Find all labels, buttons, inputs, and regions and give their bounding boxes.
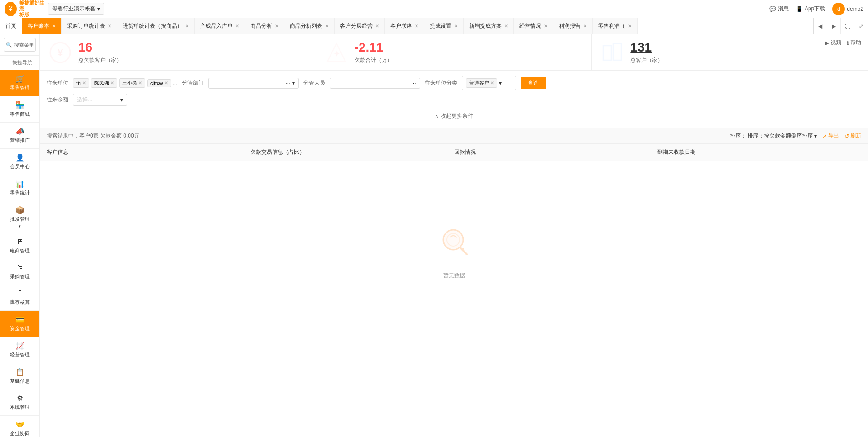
sidebar-search-button[interactable]: 🔍 搜索菜单	[4, 38, 36, 52]
sidebar-item-retail-mall[interactable]: 🏪 零售商城	[0, 96, 39, 123]
sidebar: 🔍 搜索菜单 ≡ 快捷导航 🛒 零售管理 🏪 零售商城 📣 营销推广 👤 会员中…	[0, 34, 40, 437]
stat-debtor-values: 16 总欠款客户（家）	[78, 40, 122, 64]
filter-balance-select[interactable]: 选择... ▾	[73, 94, 127, 106]
member-icon: 👤	[15, 153, 24, 162]
close-tab-product-inbound[interactable]: ✕	[235, 24, 239, 28]
operation-icon: 📈	[15, 342, 24, 350]
close-tag-wu[interactable]: ✕	[82, 81, 86, 86]
tab-customer-account[interactable]: 客户账本 ✕	[22, 18, 62, 34]
close-tag-cjttcw[interactable]: ✕	[164, 81, 168, 86]
filter-unit-more[interactable]: ...	[173, 80, 177, 86]
filter-area: 往来单位 伍 ✕ 陈民强 ✕ 王小亮 ✕ cjttcw	[40, 71, 868, 128]
sidebar-item-marketing[interactable]: 📣 营销推广	[0, 123, 39, 149]
sidebar-item-purchase-mgmt[interactable]: 🛍 采购管理	[0, 259, 39, 285]
filter-row-2: 往来余额 选择... ▾	[47, 94, 861, 106]
close-tab-product-analysis[interactable]: ✕	[275, 24, 278, 28]
sidebar-item-wholesale-mgmt[interactable]: 📦 批发管理 ▾	[0, 201, 39, 233]
table-body: 暂无数据	[40, 161, 868, 342]
sidebar-item-ecommerce[interactable]: 🖥 电商管理	[0, 233, 39, 259]
close-tab-customer-segment[interactable]: ✕	[375, 24, 379, 28]
sidebar-item-retail-stats[interactable]: 📊 零售统计	[0, 175, 39, 201]
retail-stats-icon: 📊	[15, 180, 24, 188]
filter-person-select[interactable]: ···	[330, 78, 420, 89]
close-tab-product-analysis-list[interactable]: ✕	[325, 24, 329, 28]
col-due-date: 到期未收款日期	[657, 148, 861, 156]
help-button[interactable]: ℹ 帮助	[847, 39, 861, 47]
stat-debtor-count: 16	[78, 40, 122, 55]
sidebar-item-inventory[interactable]: 🗄 库存核算	[0, 285, 39, 311]
close-tab-customer-account[interactable]: ✕	[52, 24, 56, 28]
empty-text: 暂无数据	[443, 272, 465, 280]
tab-customer-segment[interactable]: 客户分层经营 ✕	[335, 18, 385, 34]
messages-button[interactable]: 💬 消息	[769, 5, 789, 13]
main-layout: 🔍 搜索菜单 ≡ 快捷导航 🛒 零售管理 🏪 零售商城 📣 营销推广 👤 会员中…	[0, 34, 868, 437]
filter-balance-label: 往来余额	[47, 96, 68, 104]
result-info: 搜索结果中，客户0家 欠款金额 0.00元	[47, 132, 139, 140]
tab-scroll-left[interactable]: ◀	[814, 18, 827, 34]
help-icon: ℹ	[847, 40, 849, 46]
close-tab-customer-contact[interactable]: ✕	[415, 24, 418, 28]
enterprise-name: 母婴行业演示帐套	[52, 5, 96, 13]
logo-area: ¥ 畅捷通好生意 标版	[5, 0, 44, 18]
video-icon: ▶	[825, 40, 829, 46]
filter-dept-select[interactable]: ··· ▾	[208, 78, 299, 89]
tab-profit-report[interactable]: 利润报告 ✕	[553, 18, 593, 34]
close-tab-purchase-order[interactable]: ✕	[108, 24, 111, 28]
search-button[interactable]: 查询	[521, 77, 546, 89]
nav-icon: ≡	[7, 60, 10, 66]
sidebar-item-basic-info[interactable]: 📋 基础信息	[0, 363, 39, 390]
sidebar-item-operation-mgmt[interactable]: 📈 经营管理	[0, 337, 39, 363]
export-button[interactable]: ↗ 导出	[822, 132, 839, 140]
tab-customer-contact[interactable]: 客户联络 ✕	[385, 18, 424, 34]
tab-operation-status[interactable]: 经营情况 ✕	[514, 18, 553, 34]
filter-unit-tags: 伍 ✕ 陈民强 ✕ 王小亮 ✕ cjttcw ✕ ...	[73, 78, 177, 88]
tab-fullscreen[interactable]: ⤢	[854, 18, 868, 34]
col-customer-info: 客户信息	[47, 148, 250, 156]
tab-scroll-right[interactable]: ▶	[827, 18, 841, 34]
sidebar-item-retail-mgmt[interactable]: 🛒 零售管理	[0, 70, 39, 96]
download-icon: 📱	[796, 6, 803, 12]
sidebar-item-enterprise-agreement[interactable]: 🤝 企业协同	[0, 416, 39, 437]
close-tab-retail-profit[interactable]: ✕	[628, 24, 632, 28]
tab-inbound-stats[interactable]: 进货单统计表（按商品） ✕	[117, 18, 195, 34]
close-tag-normal-customer[interactable]: ✕	[490, 81, 494, 86]
video-button[interactable]: ▶ 视频	[825, 39, 841, 47]
app-download-button[interactable]: 📱 App下载	[796, 5, 825, 13]
enterprise-selector[interactable]: 母婴行业演示帐套 ▾	[48, 3, 104, 15]
filter-unit-category-select[interactable]: 普通客户 ✕ ▾	[462, 76, 516, 90]
enterprise-agreement-icon: 🤝	[15, 420, 24, 429]
tab-add-promotion-plan[interactable]: 新增提成方案 ✕	[464, 18, 514, 34]
close-tab-add-promotion-plan[interactable]: ✕	[504, 24, 508, 28]
svg-point-9	[462, 248, 464, 250]
refresh-button[interactable]: ↺ 刷新	[844, 132, 861, 140]
result-bar: 搜索结果中，客户0家 欠款金额 0.00元 排序： 排序：按欠款金额倒序排序 ▾…	[40, 128, 868, 144]
stat-total-customer-label: 总客户（家）	[630, 57, 663, 64]
tab-retail-profit[interactable]: 零售利润（ ✕	[593, 18, 638, 34]
sidebar-quick-nav[interactable]: ≡ 快捷导航	[0, 56, 39, 70]
close-tag-chen[interactable]: ✕	[110, 81, 114, 86]
filter-unit-label: 往来单位	[47, 79, 68, 87]
close-tab-inbound-stats[interactable]: ✕	[185, 24, 189, 28]
tab-product-analysis-list[interactable]: 商品分析列表 ✕	[284, 18, 335, 34]
tab-expand[interactable]: ⛶	[841, 18, 854, 34]
close-tab-promotion-settings[interactable]: ✕	[454, 24, 458, 28]
tab-home[interactable]: 首页	[0, 18, 22, 34]
sort-select[interactable]: 排序： 排序：按欠款金额倒序排序 ▾	[730, 132, 817, 140]
close-tab-profit-report[interactable]: ✕	[583, 24, 587, 28]
filter-tag-cjttcw: cjttcw ✕	[147, 79, 171, 87]
basic-info-icon: 📋	[15, 368, 24, 376]
logo-text: 畅捷通好生意 标版	[19, 0, 44, 18]
sidebar-item-member-center[interactable]: 👤 会员中心	[0, 149, 39, 175]
tab-product-analysis[interactable]: 商品分析 ✕	[245, 18, 284, 34]
person-more-icon: ···	[412, 80, 416, 86]
tab-product-inbound[interactable]: 产成品入库单 ✕	[195, 18, 245, 34]
close-tab-operation-status[interactable]: ✕	[544, 24, 547, 28]
filter-tag-normal-customer: 普通客户 ✕	[466, 78, 497, 88]
sidebar-item-system-mgmt[interactable]: ⚙ 系统管理	[0, 390, 39, 416]
tab-promotion-settings[interactable]: 提成设置 ✕	[424, 18, 464, 34]
user-menu[interactable]: d demo2	[832, 3, 863, 15]
close-tag-wang[interactable]: ✕	[139, 81, 142, 86]
collapse-button[interactable]: ∧ 收起更多条件	[47, 109, 861, 123]
sidebar-item-finance[interactable]: 💳 资金管理	[0, 311, 39, 337]
tab-purchase-order[interactable]: 采购订单统计表 ✕	[62, 18, 117, 34]
